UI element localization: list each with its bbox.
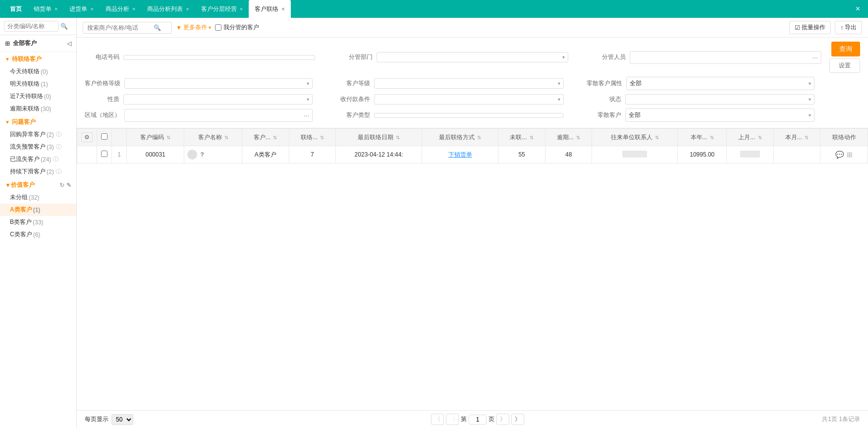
nav-tab-analysis-list[interactable]: 商品分析列表 × [141, 0, 195, 18]
retail-customer-input[interactable]: 全部 ▾ [625, 108, 814, 122]
query-button[interactable]: 查询 [831, 42, 860, 56]
sidebar-item-churn-warning[interactable]: 流失预警客户 (3) ⓘ [0, 141, 76, 153]
sidebar-item-overdue[interactable]: 逾期未联络 (30) [0, 103, 76, 115]
nav-tab-analysis[interactable]: 商品分析 × [100, 0, 141, 18]
sidebar-item-declining[interactable]: 持续下滑客户 (2) ⓘ [0, 165, 76, 178]
sidebar-item-unclassified[interactable]: 未分组 (32) [0, 191, 76, 204]
sidebar-item-tomorrow[interactable]: 明天待联络 (1) [0, 78, 76, 90]
sort-icon-overdue: ⇅ [576, 135, 580, 140]
col-contact-person[interactable]: 往来单位联系人 ⇅ [592, 129, 678, 146]
nav-tab-customer-contact[interactable]: 客户联络 × [249, 0, 290, 18]
section-title-problem: ▼ 问题客户 [0, 115, 76, 128]
col-this-year[interactable]: 本年... ⇅ [678, 129, 727, 146]
row-name[interactable]: ？ [184, 146, 242, 163]
export-icon: ↑ [840, 24, 843, 31]
row-code[interactable]: 000031 [127, 146, 184, 163]
export-button[interactable]: ↑ 导出 [835, 21, 862, 34]
col-last-month[interactable]: 上月... ⇅ [727, 129, 774, 146]
row-last-method[interactable]: 下销货单 [422, 146, 498, 163]
field-customer-level: 客户等级 ▾ [335, 78, 563, 89]
refresh-icon[interactable]: ↻ [59, 182, 64, 189]
my-customer-checkbox[interactable] [215, 24, 221, 31]
gear-button[interactable]: ⚙ [81, 132, 93, 142]
filter-row-1: 电话号码 分管部门 ▾ 分管人员 ··· [85, 42, 860, 73]
col-name[interactable]: 客户名称 ⇅ [184, 129, 242, 146]
col-this-month[interactable]: 本月... ⇅ [773, 129, 820, 146]
row-overdue: 48 [545, 146, 592, 163]
close-all-tabs[interactable]: × [852, 4, 864, 13]
col-not-contacted[interactable]: 未联... ⇅ [498, 129, 545, 146]
sidebar-item-b-class[interactable]: B类客户 (33) [0, 216, 76, 228]
nav-tab-purchase[interactable]: 进货单 × [63, 0, 99, 18]
message-icon[interactable]: 💬 [835, 151, 844, 159]
retail-attr-input[interactable]: 全部 ▾ [626, 77, 814, 90]
close-tab-analysis[interactable]: × [132, 6, 135, 12]
nature-input[interactable]: ▾ [123, 94, 313, 105]
first-page-button[interactable]: 《 [431, 414, 444, 425]
my-customer-filter[interactable]: 我分管的客户 [215, 23, 259, 32]
close-tab-analysis-list[interactable]: × [186, 6, 189, 12]
sort-icon-contact: ⇅ [320, 135, 324, 140]
col-last-date[interactable]: 最后联络日期 ⇅ [336, 129, 422, 146]
sidebar-item-7days[interactable]: 近7天待联络 (0) [0, 90, 76, 103]
sidebar-item-repurchase[interactable]: 回购异常客户 (2) ⓘ [0, 128, 76, 141]
page-number-input[interactable] [469, 415, 487, 425]
nav-tab-sales[interactable]: 销货单 × [28, 0, 63, 18]
row-actions: 💬 ⊞ [820, 146, 868, 163]
sidebar-all-customers[interactable]: ⊞ 全部客户 ◁ [0, 35, 76, 52]
status-input[interactable]: ▾ [625, 94, 814, 105]
page-size-select[interactable]: 50 [111, 414, 133, 425]
search-icon[interactable]: 🔍 [154, 24, 161, 31]
customer-type-input[interactable] [374, 113, 563, 118]
col-type[interactable]: 客户... ⇅ [242, 129, 289, 146]
col-last-method[interactable]: 最后联络方式 ⇅ [422, 129, 498, 146]
sidebar-search-icon[interactable]: 🔍 [60, 23, 68, 30]
close-tab-sales[interactable]: × [54, 6, 57, 12]
sidebar-search-input[interactable] [4, 21, 58, 32]
col-overdue[interactable]: 逾期... ⇅ [545, 129, 592, 146]
setting-button[interactable]: 设置 [829, 58, 860, 73]
dept-input[interactable]: ▾ [377, 52, 568, 62]
sidebar-item-today[interactable]: 今天待联络 (0) [0, 65, 76, 78]
payment-input[interactable]: ▾ [374, 94, 563, 105]
row-select-checkbox[interactable] [101, 151, 108, 157]
edit-icon[interactable]: ✎ [66, 182, 71, 189]
nav-tab-customer-mgmt[interactable]: 客户分层经营 × [195, 0, 249, 18]
level-dropdown-icon: ▾ [558, 81, 560, 86]
sidebar-item-c-class[interactable]: C类客户 (6) [0, 228, 76, 241]
filter-more-btn[interactable]: ▼ 更多条件 ▾ [176, 23, 211, 32]
field-region: 区域（地区） ··· [85, 109, 313, 122]
prev-page-button[interactable]: 〈 [446, 414, 459, 425]
qr-icon[interactable]: ⊞ [847, 151, 853, 159]
select-all-checkbox[interactable] [101, 133, 108, 140]
row-gear [77, 146, 97, 163]
customer-avatar [187, 150, 197, 160]
price-level-input[interactable]: ▾ [124, 78, 313, 89]
nav-tab-home[interactable]: 首页 [4, 0, 28, 18]
batch-operation-button[interactable]: ☑ 批量操作 [789, 21, 831, 34]
last-page-button[interactable]: 》 [511, 414, 524, 425]
arrow-icon-2: ▼ [5, 119, 10, 125]
retail-attr-dropdown-icon: ▾ [809, 81, 811, 86]
grid-icon: ⊞ [5, 40, 10, 47]
row-not-contacted: 55 [498, 146, 545, 163]
col-code[interactable]: 客户编码 ⇅ [127, 129, 184, 146]
sidebar-item-churned[interactable]: 已流失客户 (24) ⓘ [0, 153, 76, 165]
collapse-sidebar-icon[interactable]: ◁ [67, 40, 71, 47]
region-input[interactable]: ··· [124, 109, 313, 122]
field-retail-attr: 零散客户属性 全部 ▾ [587, 77, 814, 90]
col-contact[interactable]: 联络... ⇅ [289, 129, 336, 146]
search-input[interactable] [87, 24, 152, 31]
manager-input[interactable]: ··· [630, 51, 821, 64]
phone-input[interactable] [123, 55, 315, 60]
filter-icon: ▼ [176, 24, 182, 31]
next-page-button[interactable]: 〉 [496, 414, 509, 425]
sidebar-item-a-class[interactable]: A类客户 (1) [0, 204, 76, 216]
total-info: 共1页 1条记录 [822, 415, 860, 424]
customer-level-input[interactable]: ▾ [374, 78, 563, 89]
close-tab-purchase[interactable]: × [90, 6, 93, 12]
close-tab-customer-mgmt[interactable]: × [240, 6, 243, 12]
info-icon-4: ⓘ [56, 168, 61, 175]
close-tab-customer-contact[interactable]: × [281, 6, 284, 12]
retail-customer-dropdown-icon: ▾ [809, 112, 811, 118]
